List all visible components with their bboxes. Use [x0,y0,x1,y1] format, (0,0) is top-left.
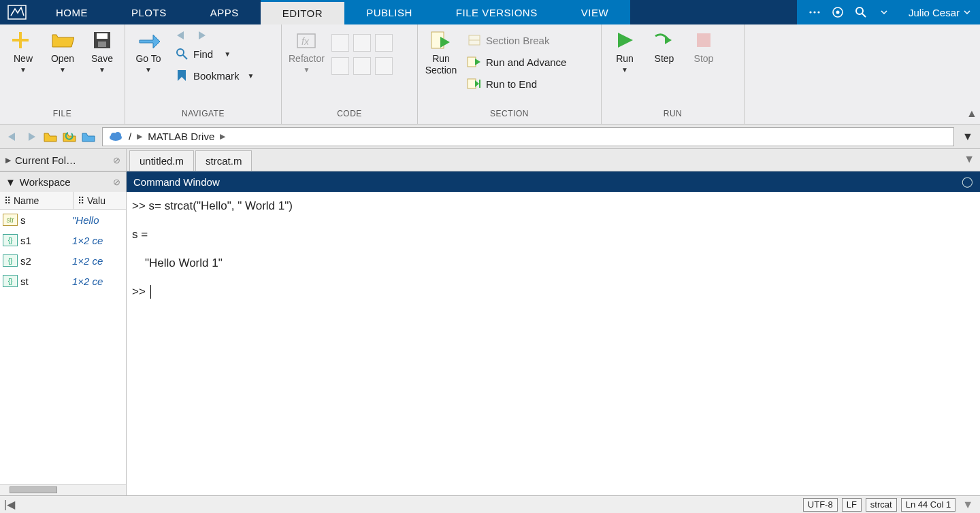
panel-close-icon[interactable]: ⊘ [113,177,120,187]
workspace-col-value[interactable]: ⠿Valu [74,192,126,209]
nav-forward-icon[interactable] [23,129,39,145]
user-menu[interactable]: Julio Cesar [899,7,970,18]
file-tab[interactable]: strcat.m [195,150,252,171]
svg-point-1 [809,11,811,13]
goto-button[interactable]: Go To ▼ [132,29,165,73]
tabs-options-icon[interactable]: ▼ [964,153,975,165]
svg-point-26 [114,132,121,139]
folder-open-icon [51,29,74,52]
user-name: Julio Cesar [909,7,960,18]
nav-back-icon[interactable] [4,129,20,145]
command-window-header: Command Window ◯ [127,171,980,192]
workspace-item[interactable]: str s "Hello [0,210,126,230]
tab-file-versions[interactable]: FILE VERSIONS [434,0,559,24]
ribbon-toolbar: New ▼ Open ▼ Save ▼ FILE Go To ▼ [0,24,980,125]
find-button[interactable]: Find ▼ [172,45,257,63]
refactor-button[interactable]: fx Refactor ▼ [289,29,325,73]
bookmark-button[interactable]: Bookmark ▼ [172,67,257,84]
code-tool-icon-3[interactable] [375,34,393,52]
nav-fwd-icon[interactable] [195,30,208,41]
step-button[interactable]: Step [648,29,681,65]
code-tool-icon-5[interactable] [353,57,371,75]
folder-refresh-icon[interactable] [61,129,78,145]
code-tool-icon-2[interactable] [353,34,371,52]
cloud-icon [108,131,123,142]
chevron-down-icon: ▼ [224,50,231,58]
chevron-down-icon: ▼ [59,66,66,73]
goto-start-icon[interactable]: |◀ [4,498,15,511]
status-encoding[interactable]: UTF-8 [803,498,838,512]
svg-rect-11 [97,33,108,39]
help-icon[interactable] [830,4,846,20]
status-bar: |◀ UTF-8 LF strcat Ln 44 Col 1 ▼ [0,495,980,513]
stop-icon [692,29,715,52]
workspace-item[interactable]: {} s2 1×2 ce [0,250,126,271]
breadcrumb-drive[interactable]: MATLAB Drive [148,131,214,142]
code-tool-icon-6[interactable] [375,57,393,75]
svg-rect-21 [468,79,476,88]
save-button[interactable]: Save ▼ [86,29,118,73]
chevron-right-icon: ▶ [220,132,225,141]
code-tool-icon-1[interactable] [331,34,349,52]
chevron-down-icon: ▼ [621,66,628,73]
run-and-advance-button[interactable]: Run and Advance [464,53,569,71]
status-menu-icon[interactable]: ▼ [960,499,976,511]
folder-up-icon[interactable] [42,129,59,145]
workspace-item[interactable]: {} st 1×2 ce [0,271,126,291]
current-folder-header[interactable]: ▶ Current Fol… ⊘ [0,149,127,171]
run-button[interactable]: Run ▼ [608,29,641,73]
tab-home[interactable]: HOME [34,0,110,24]
save-icon [91,29,114,52]
run-to-end-button[interactable]: Run to End [464,75,569,93]
section-break-icon [467,33,482,48]
ribbon-collapse-icon[interactable]: ▲ [964,24,980,124]
breadcrumb-root[interactable]: / [129,131,131,142]
find-icon [174,46,189,61]
workspace-header[interactable]: ▼ Workspace ⊘ [0,171,127,192]
chevron-down-icon: ▼ [248,72,255,80]
text-cursor [150,285,151,299]
workspace-item[interactable]: {} s1 1×2 ce [0,230,126,250]
nav-back-icon[interactable] [174,30,188,41]
svg-point-5 [836,11,839,14]
tab-publish[interactable]: PUBLISH [344,0,434,24]
breadcrumb-path[interactable]: / ▶ MATLAB Drive ▶ [102,127,954,146]
cell-var-icon: {} [3,234,18,246]
stop-button[interactable]: Stop [687,29,720,65]
panel-close-icon[interactable]: ⊘ [113,155,120,165]
section-break-button[interactable]: Section Break [464,31,569,49]
chevron-down-icon: ▼ [304,66,310,73]
tab-editor[interactable]: EDITOR [261,0,344,24]
search-dropdown-icon[interactable] [876,4,892,20]
group-label-run: RUN [602,109,744,124]
svg-rect-20 [468,57,476,67]
tab-view[interactable]: VIEW [559,0,630,24]
cell-var-icon: {} [3,254,18,267]
status-caret-pos[interactable]: Ln 44 Col 1 [901,498,956,512]
workspace-hscrollbar[interactable] [0,484,126,495]
svg-rect-12 [98,42,106,47]
file-tab[interactable]: untitled.m [129,150,194,171]
tab-apps[interactable]: APPS [189,0,261,24]
tab-plots[interactable]: PLOTS [110,0,189,24]
status-eol[interactable]: LF [842,498,862,512]
chevron-down-icon: ▼ [20,66,27,73]
panel-options-icon[interactable]: ◯ [962,176,973,188]
group-label-section: SECTION [418,109,601,124]
new-button[interactable]: New ▼ [7,29,39,73]
open-button[interactable]: Open ▼ [46,29,79,73]
chevron-right-icon: ▶ [137,132,142,141]
svg-line-14 [183,55,187,59]
folder-browse-icon[interactable] [80,129,97,145]
status-function[interactable]: strcat [866,498,897,512]
overflow-icon[interactable] [806,4,823,20]
path-dropdown-icon[interactable]: ▼ [960,131,976,143]
run-section-button[interactable]: Run Section [425,29,457,76]
command-window[interactable]: >> s= strcat("Hello", " World 1") s = "H… [127,192,980,495]
code-tool-icon-4[interactable] [331,57,349,75]
search-icon[interactable] [853,4,869,20]
string-var-icon: str [3,214,18,226]
workspace-rows: str s "Hello {} s1 1×2 ce {} s2 1×2 ce {… [0,210,126,484]
workspace-col-name[interactable]: ⠿Name [0,192,74,209]
refactor-icon: fx [295,29,318,52]
